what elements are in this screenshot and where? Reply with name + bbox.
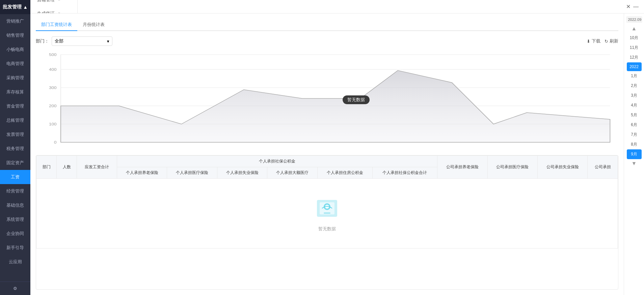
sidebar-item-salary[interactable]: 工资 (0, 170, 30, 184)
sidebar-collapse-icon: ▲ (23, 4, 28, 10)
sidebar-item-invoice[interactable]: 发票管理 (0, 127, 30, 142)
sidebar-item-assets[interactable]: 固定资产 (0, 156, 30, 170)
svg-text:100: 100 (49, 122, 57, 126)
col-ind-housing: 个人承担住房公积金 (317, 167, 372, 179)
col-ind-unemployment: 个人承担失业保险 (217, 167, 267, 179)
col-company-medical: 公司承担医疗保险 (487, 156, 537, 179)
tab-voucher[interactable]: 生成凭证× (33, 7, 78, 14)
sidebar-item-enterprise[interactable]: 企业协同 (0, 227, 30, 241)
svg-text:500: 500 (49, 53, 57, 57)
cal-year-label: 2022.09 (626, 16, 642, 23)
sidebar-item-operations[interactable]: 经营管理 (0, 184, 30, 198)
download-label: 下载 (592, 38, 600, 44)
col-group-individual: 个人承担社保公积金 (117, 156, 437, 167)
sidebar-items: 营销推广销售管理小畅电商电商管理采购管理库存核算资金管理总账管理发票管理税务管理… (0, 14, 30, 269)
tab-label-store-mgmt: 店铺管理 (37, 0, 55, 3)
svg-text:400: 400 (49, 67, 57, 71)
col-company-misc: 公司承担 (588, 156, 618, 179)
chart-no-data-badge: 暂无数据 (343, 95, 370, 104)
sidebar: 批发管理 ▲ 营销推广销售管理小畅电商电商管理采购管理库存核算资金管理总账管理发… (0, 0, 30, 295)
cal-prev-button[interactable]: ▲ (632, 24, 637, 33)
cal-month-10[interactable]: 7月 (627, 130, 642, 140)
chart-container: 0 100 200 300 400 500 (36, 51, 618, 152)
tab-store-mgmt[interactable]: 店铺管理× (33, 0, 78, 7)
sidebar-item-finance[interactable]: 资金管理 (0, 99, 30, 113)
tab-bar-controls: ✕ — (623, 3, 641, 10)
calendar-panel: 2022.09 ▲ 10月11月12月20221月2月3月4月5月6月7月8月9… (624, 13, 644, 295)
cal-month-9[interactable]: 6月 (627, 120, 642, 130)
col-company-unemployment: 公司承担失业保险 (537, 156, 587, 179)
col-ind-total: 个人承担社保公积金合计 (372, 167, 437, 179)
main-area: 首页门店商品目录×销售单×店铺管理×生成凭证×应收应付调整单×工资表×工资统计报… (30, 0, 644, 295)
empty-state: 暂无数据 (41, 181, 614, 245)
sidebar-item-guide[interactable]: 新手引导 (0, 241, 30, 255)
sidebar-item-basic[interactable]: 基础信息 (0, 198, 30, 212)
toolbar-right: ⬇ 下载 ↻ 刷新 (587, 38, 618, 44)
dept-select[interactable]: 全部 ▾ (52, 36, 112, 46)
col-ind-major-medical: 个人承担大额医疗 (267, 167, 317, 179)
tab-dept[interactable]: 部门工资统计表 (36, 19, 77, 31)
cal-month-5[interactable]: 2月 (627, 81, 642, 91)
svg-text:200: 200 (49, 104, 57, 108)
chevron-down-icon: ▾ (107, 39, 109, 44)
content-area: 部门工资统计表 月份统计表 部门： 全部 ▾ ⬇ 下载 (30, 13, 644, 295)
sidebar-item-tax[interactable]: 税务管理 (0, 142, 30, 156)
tab-minimize-icon[interactable]: — (633, 4, 639, 10)
sidebar-item-purchase[interactable]: 采购管理 (0, 71, 30, 85)
cal-month-3[interactable]: 2022 (627, 62, 642, 71)
table-wrapper[interactable]: 部门 人数 应发工资合计 个人承担社保公积金 公司承担养老保险 公司承担医疗保险… (36, 155, 618, 290)
cal-month-4[interactable]: 1月 (627, 71, 642, 81)
col-ind-medical: 个人承担医疗保险 (167, 167, 217, 179)
sidebar-item-ledger[interactable]: 总账管理 (0, 113, 30, 127)
cal-month-2[interactable]: 12月 (627, 53, 642, 62)
sidebar-item-cloud[interactable]: 云应用 (0, 255, 30, 269)
cal-month-6[interactable]: 3月 (627, 91, 642, 100)
download-button[interactable]: ⬇ 下载 (587, 38, 600, 44)
data-table: 部门 人数 应发工资合计 个人承担社保公积金 公司承担养老保险 公司承担医疗保险… (36, 155, 618, 248)
col-total: 应发工资合计 (77, 156, 117, 179)
svg-text:0: 0 (54, 140, 57, 144)
toolbar: 部门： 全部 ▾ ⬇ 下载 ↻ 刷新 (36, 36, 618, 46)
sidebar-item-sales[interactable]: 销售管理 (0, 28, 30, 42)
dept-select-value: 全部 (55, 38, 63, 44)
download-icon: ⬇ (587, 39, 590, 44)
refresh-label: 刷新 (610, 38, 618, 44)
area-chart: 0 100 200 300 400 500 (36, 51, 618, 152)
cal-month-0[interactable]: 10月 (627, 33, 642, 43)
cal-month-1[interactable]: 11月 (627, 43, 642, 53)
cal-next-button[interactable]: ▼ (632, 159, 637, 168)
cal-month-12[interactable]: 9月 (627, 149, 642, 159)
svg-rect-18 (324, 212, 330, 214)
toolbar-left: 部门： 全部 ▾ (36, 36, 112, 46)
sub-tab-bar: 部门工资统计表 月份统计表 (36, 19, 618, 31)
refresh-button[interactable]: ↻ 刷新 (605, 38, 618, 44)
dept-label: 部门： (36, 38, 49, 44)
sidebar-item-system[interactable]: 系统管理 (0, 212, 30, 227)
cal-month-8[interactable]: 5月 (627, 110, 642, 120)
col-ind-pension: 个人承担养老保险 (117, 167, 167, 179)
svg-text:300: 300 (49, 86, 57, 90)
table-empty-row: 暂无数据 (36, 179, 618, 248)
sidebar-item-ecommerce-small[interactable]: 小畅电商 (0, 42, 30, 57)
sidebar-top-label: 批发管理 (3, 4, 22, 10)
sidebar-item-ecommerce[interactable]: 电商管理 (0, 57, 30, 71)
cal-months: 10月11月12月20221月2月3月4月5月6月7月8月9月 (627, 33, 642, 159)
sidebar-item-inventory[interactable]: 库存核算 (0, 85, 30, 99)
sidebar-settings-button[interactable]: ⚙ (0, 282, 30, 295)
cal-month-11[interactable]: 8月 (627, 140, 642, 149)
tab-close-store-mgmt[interactable]: × (58, 0, 60, 2)
empty-text: 暂无数据 (318, 226, 336, 232)
tab-bar: 首页门店商品目录×销售单×店铺管理×生成凭证×应收应付调整单×工资表×工资统计报… (30, 0, 644, 13)
sidebar-top-button[interactable]: 批发管理 ▲ (0, 0, 30, 14)
refresh-icon: ↻ (605, 39, 608, 44)
col-count: 人数 (57, 156, 77, 179)
empty-icon (314, 195, 341, 222)
page-content: 部门工资统计表 月份统计表 部门： 全部 ▾ ⬇ 下载 (30, 13, 624, 295)
col-dept: 部门 (36, 156, 57, 179)
tab-label-voucher: 生成凭证 (37, 10, 55, 14)
sidebar-item-marketing[interactable]: 营销推广 (0, 14, 30, 28)
cal-month-7[interactable]: 4月 (627, 100, 642, 110)
tab-month[interactable]: 月份统计表 (77, 19, 110, 31)
col-company-pension: 公司承担养老保险 (437, 156, 487, 179)
tab-close-icon[interactable]: ✕ (626, 3, 630, 10)
